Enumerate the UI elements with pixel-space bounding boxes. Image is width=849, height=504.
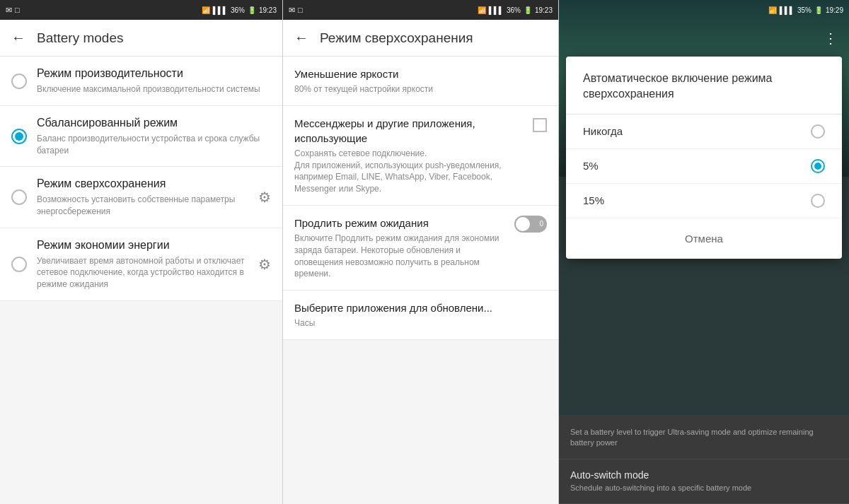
messengers-item[interactable]: Мессенджеры и другие приложения, использ… [283,106,558,206]
mode-power-title: Режим экономии энергии [37,238,253,253]
battery-percent-2: 36% [507,6,521,14]
status-bar-3: 📶 ▌▌▌ 35% 🔋 19:29 [559,0,849,20]
signal-icon: ▌▌▌ [213,6,228,14]
mode-ultra-saving[interactable]: Режим сверхсохранения Возможность устано… [0,167,282,228]
battery-percent-1: 36% [231,6,245,14]
mode-ultra-content: Режим сверхсохранения Возможность устано… [37,177,253,217]
mode-performance-content: Режим производительности Включение макси… [37,66,271,95]
more-options-button[interactable]: ⋮ [824,30,838,47]
app-selection-item[interactable]: Выберите приложения для обновлени... Час… [283,291,558,340]
brightness-subtitle: 80% от текущей настройки яркости [294,83,547,95]
message-icon-2: ✉ [289,6,295,15]
dialog-option-5pct-label: 5% [583,160,599,172]
dialog-radio-15pct[interactable] [811,194,825,208]
battery-percent-3: 35% [797,6,812,14]
wifi-icon-2: 📶 [478,6,486,14]
bottom-item-trigger-text: Set a battery level to trigger Ultra-sav… [570,427,838,449]
standby-subtitle: Включите Продлить режим ожидания для эко… [294,233,507,280]
bottom-item-trigger: Set a battery level to trigger Ultra-sav… [559,415,849,459]
mode-power-saving[interactable]: Режим экономии энергии Увеличивает время… [0,228,282,301]
standby-row: Продлить режим ожидания Включите Продлит… [294,216,547,280]
messengers-checkbox[interactable] [533,118,547,132]
panel-battery-modes: ✉ □ 📶 ▌▌▌ 36% 🔋 19:23 ← Battery modes Ре… [0,0,283,504]
page-title-1: Battery modes [37,30,124,46]
header-2: ← Режим сверхсохранения [283,20,558,57]
status-bar-2: ✉ □ 📶 ▌▌▌ 36% 🔋 19:23 [283,0,558,20]
mode-power-subtitle: Увеличивает время автономной работы и от… [37,255,253,291]
dialog-actions: Отмена [566,218,842,253]
message-icon: ✉ [6,6,12,15]
status-right-icons-2: 📶 ▌▌▌ 36% 🔋 19:23 [478,6,553,14]
dialog-radio-never[interactable] [811,124,825,139]
brightness-title: Уменьшение яркости [294,66,547,81]
messengers-subtitle: Сохранять сетевое подключение.Для прилож… [294,148,526,195]
toggle-knob [516,217,530,231]
mode-balanced[interactable]: Сбалансированный режим Баланс производит… [0,106,282,167]
panel-ultra-saving: ✉ □ 📶 ▌▌▌ 36% 🔋 19:23 ← Режим сверхсохра… [283,0,559,504]
mode-power-content: Режим экономии энергии Увеличивает время… [37,238,253,291]
radio-performance[interactable] [11,74,27,89]
toggle-label: 0 [539,220,543,228]
signal-icon-3: ▌▌▌ [780,6,795,14]
ultra-saving-list: Уменьшение яркости 80% от текущей настро… [283,57,558,504]
bottom-item-autoswitch-title: Auto-switch mode [570,469,838,481]
auto-switch-dialog: Автоматическое включение режима сверхсох… [566,57,842,259]
sd-icon-2: □ [298,6,303,14]
panel3-content: 📶 ▌▌▌ 35% 🔋 19:29 ⋮ Автоматическое включ… [559,0,849,504]
messengers-title: Мессенджеры и другие приложения, использ… [294,116,526,146]
status-right-icons: 📶 ▌▌▌ 36% 🔋 19:23 [202,6,277,14]
battery-modes-list: Режим производительности Включение макси… [0,57,282,504]
mode-performance-subtitle: Включение максимальной производительност… [37,83,271,95]
gear-icon-power[interactable]: ⚙ [258,256,271,273]
mode-ultra-subtitle: Возможность установить собственные парам… [37,194,253,218]
wifi-icon-3: 📶 [768,6,777,14]
battery-icon-3: 🔋 [814,6,823,14]
dialog-option-never-label: Никогда [583,125,623,137]
sd-icon: □ [15,6,20,14]
bottom-item-autoswitch-subtitle: Schedule auto-switching into a specific … [570,483,838,493]
standby-title: Продлить режим ожидания [294,216,507,230]
dialog-option-5pct[interactable]: 5% [566,149,842,184]
messengers-row: Мессенджеры и другие приложения, использ… [294,116,547,195]
gear-icon-ultra[interactable]: ⚙ [258,189,271,206]
panel3-bottom-items: Set a battery level to trigger Ultra-sav… [559,415,849,504]
dialog-cancel-button[interactable]: Отмена [671,227,737,250]
dialog-option-never[interactable]: Никогда [566,115,842,149]
dialog-title: Автоматическое включение режима сверхсох… [566,57,842,115]
mode-balanced-title: Сбалансированный режим [37,116,271,131]
bottom-item-autoswitch[interactable]: Auto-switch mode Schedule auto-switching… [559,459,849,504]
brightness-item[interactable]: Уменьшение яркости 80% от текущей настро… [283,57,558,106]
messengers-text: Мессенджеры и другие приложения, использ… [294,116,526,195]
status-left-icons-2: ✉ □ [289,6,303,15]
back-button-1[interactable]: ← [11,30,25,46]
radio-balanced[interactable] [11,129,27,144]
dialog-option-15pct[interactable]: 15% [566,184,842,218]
header-3: ⋮ [559,20,849,57]
radio-power[interactable] [11,257,27,272]
standby-toggle[interactable]: 0 [514,216,547,233]
time-3: 19:29 [826,6,843,14]
signal-icon-2: ▌▌▌ [489,6,504,14]
page-title-2: Режим сверхсохранения [320,30,473,46]
mode-balanced-content: Сбалансированный режим Баланс производит… [37,116,271,156]
radio-ultra[interactable] [11,189,27,205]
panel-dialog: 📶 ▌▌▌ 35% 🔋 19:29 ⋮ Автоматическое включ… [559,0,849,504]
time-1: 19:23 [259,6,277,14]
header-1: ← Battery modes [0,20,282,57]
battery-icon-2: 🔋 [524,6,532,14]
dialog-radio-5pct[interactable] [811,159,825,173]
app-selection-title: Выберите приложения для обновлени... [294,300,547,315]
status-bar-1: ✉ □ 📶 ▌▌▌ 36% 🔋 19:23 [0,0,282,20]
dialog-option-15pct-label: 15% [583,194,604,206]
wifi-icon: 📶 [202,6,210,14]
status-left-icons: ✉ □ [6,6,20,15]
back-button-2[interactable]: ← [294,30,308,46]
mode-performance-title: Режим производительности [37,66,271,81]
mode-balanced-subtitle: Баланс производительности устройства и с… [37,133,271,157]
mode-ultra-title: Режим сверхсохранения [37,177,253,192]
mode-performance[interactable]: Режим производительности Включение макси… [0,57,282,106]
app-selection-subtitle: Часы [294,317,547,329]
time-2: 19:23 [535,6,553,14]
standby-item[interactable]: Продлить режим ожидания Включите Продлит… [283,206,558,291]
standby-text: Продлить режим ожидания Включите Продлит… [294,216,507,280]
